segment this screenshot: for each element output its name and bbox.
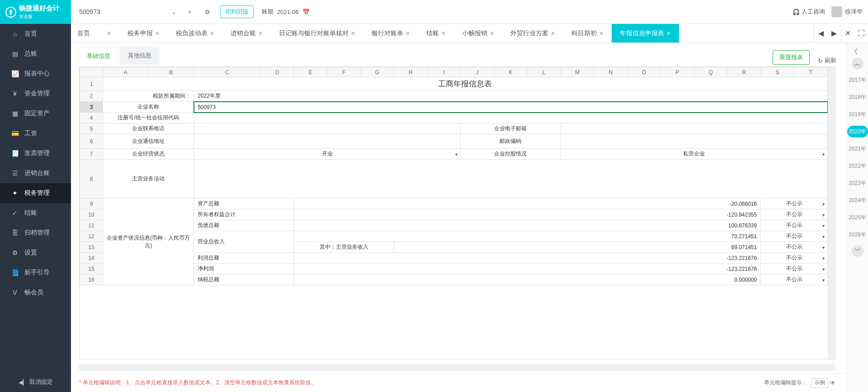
year-prev[interactable]: ︽ [852,58,863,70]
col-header[interactable]: S [761,67,794,77]
user-menu[interactable]: 徐泽华 [831,6,863,17]
row-header[interactable]: 6 [80,134,103,149]
sidebar-item-home[interactable]: ⌂首页 [0,24,71,44]
tab-home[interactable]: 首页 [71,24,96,43]
sidebar-item-settings[interactable]: ⚙设置 [0,243,71,263]
old-version-button[interactable]: 切到旧版 [220,5,254,18]
liabilities-disclose[interactable]: 不公示 [761,220,828,231]
profit-value[interactable]: -123.221676 [294,253,761,264]
profit-label[interactable]: 利润总额 [194,253,294,264]
close-icon[interactable]: ✕ [490,30,494,37]
horizontal-scrollbar[interactable] [79,364,835,371]
sidebar-item-tax[interactable]: ✦税务管理 [0,183,71,203]
col-header[interactable]: K [494,67,528,77]
asset-group-label[interactable]: 企业资产状况信息(币种：人民币万元) [103,198,193,285]
row-header[interactable]: 12 [80,231,103,242]
tab-close-period[interactable]: 结账✕ [418,24,454,43]
year-item[interactable]: 2024年 [847,192,868,209]
main-revenue-disclose[interactable]: 不公示 [761,242,828,253]
holding-select[interactable]: 私营企业 [561,149,827,160]
sidebar-item-archive[interactable]: 🗄归档管理 [0,223,71,243]
eye-icon[interactable]: 👁 [830,380,835,386]
net-profit-label[interactable]: 净利润 [194,264,294,274]
year-next[interactable]: ︾ [852,245,863,257]
vertical-scrollbar[interactable] [828,67,835,359]
brand-logo[interactable]: ⬆ 畅捷通好会计 专业版 [0,0,71,24]
year-item[interactable]: 2023年 [847,175,868,192]
revenue-disclose[interactable]: 不公示 [761,231,828,242]
company-name-cell[interactable]: 500973 [194,102,828,113]
period-label-cell[interactable]: 税款所属期间： [103,91,193,102]
row-header[interactable]: 1 [80,77,103,91]
refresh-button[interactable]: ↻ 刷新 [818,57,836,65]
row-header[interactable]: 16 [80,274,103,285]
sidebar-item-invoice[interactable]: 🧾发票管理 [0,143,71,163]
col-header[interactable]: L [527,67,561,77]
close-icon[interactable]: ✕ [155,30,160,37]
revenue-value[interactable]: 70.271451 [294,231,761,242]
close-icon[interactable]: ✕ [666,30,671,37]
postcode-cell[interactable] [561,134,827,149]
consult-link[interactable]: 🎧 人工咨询 [793,8,825,16]
main-revenue-label[interactable]: 其中：主营业务收入 [294,242,394,253]
close-icon[interactable]: ✕ [551,30,555,37]
sidebar-item-report[interactable]: 📈报表中心 [0,64,71,84]
sidebar-item-close[interactable]: ✓结账 [0,203,71,223]
sub-tab-other[interactable]: 其他信息 [120,47,160,65]
close-icon[interactable]: ✕ [258,30,263,37]
main-revenue-value[interactable]: 69.071451 [394,242,760,253]
main-biz-label[interactable]: 主营业务活动 [103,160,193,198]
phone-label[interactable]: 企业联系电话 [103,123,193,134]
settings-button[interactable]: ⚙ [200,5,215,19]
row-header[interactable]: 7 [80,149,103,160]
row-header[interactable]: 15 [80,264,103,274]
sub-tab-basic[interactable]: 基础信息 [78,47,119,65]
close-icon[interactable]: ✕ [351,30,355,37]
phone-cell[interactable] [194,123,461,134]
status-select[interactable]: 开业 [194,149,461,160]
add-button[interactable]: ＋ [182,5,197,19]
row-header[interactable]: 10 [80,209,103,220]
tab-annual-report[interactable]: 年报信息申报表✕ [612,24,679,43]
address-label[interactable]: 企业通信地址 [103,134,193,149]
net-profit-value[interactable]: -123.221676 [294,264,761,274]
col-header[interactable]: M [561,67,594,77]
row-header[interactable]: 2 [80,91,103,102]
col-header[interactable]: D [260,67,294,77]
tab-bank-statement[interactable]: 银行对账单✕ [363,24,418,43]
row-header[interactable]: 8 [80,160,103,198]
total-assets-disclose[interactable]: 不公示 [761,198,828,209]
tax-total-value[interactable]: 0.000000 [294,274,761,285]
sheet-body[interactable]: A B C D E F G H I J K L [80,67,828,359]
col-header[interactable]: J [461,67,494,77]
year-item[interactable]: 2019年 [847,106,868,123]
period-value-cell[interactable]: 2022年度 [194,91,828,102]
main-biz-cell[interactable] [194,160,828,198]
sidebar-item-asset[interactable]: ▦固定资产 [0,104,71,123]
col-header[interactable]: Q [694,67,727,77]
tab-account-init[interactable]: 科目期初✕ [563,24,612,43]
revenue-label[interactable]: 营业总收入 [194,231,294,253]
reg-code-label[interactable]: 注册号/统一社会信用代码 [103,113,193,123]
tabs-prev[interactable]: ◀ [814,24,827,43]
tab-trade[interactable]: 外贸行业方案✕ [502,24,563,43]
row-header[interactable]: 9 [80,198,103,209]
sidebar-item-ledger[interactable]: ▤总账 [0,44,71,64]
liabilities-value[interactable]: 100.876339 [294,220,761,231]
total-assets-value[interactable]: -20.066016 [294,198,761,209]
status-label[interactable]: 企业经营状态 [103,149,193,160]
tab-tax-burden[interactable]: 税负波动表✕ [168,24,222,43]
tax-total-label[interactable]: 纳税总额 [194,274,294,285]
row-header[interactable]: 14 [80,253,103,264]
total-assets-label[interactable]: 资产总额 [194,198,294,209]
col-header[interactable]: C [194,67,261,77]
sidebar-item-inventory[interactable]: ☰进销台账 [0,163,71,183]
address-cell[interactable] [194,134,461,149]
col-header[interactable]: R [727,67,761,77]
col-header[interactable]: P [660,67,694,77]
tab-journal-bank[interactable]: 日记账与银行对账单核对✕ [271,24,363,43]
tab-1[interactable]: ✕ [96,24,119,43]
col-header[interactable]: I [427,67,461,77]
year-item[interactable]: 2022年 [847,157,868,175]
sheet-title[interactable]: 工商年报信息表 [103,77,827,91]
